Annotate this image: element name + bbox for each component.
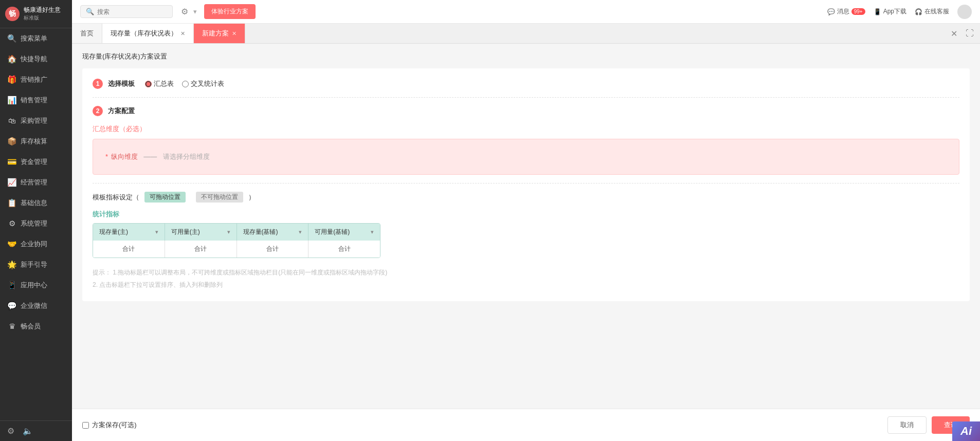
sidebar-item-label-basic: 基础信息 bbox=[21, 198, 47, 208]
dropdown-arrow-topbar[interactable]: ▾ bbox=[193, 8, 197, 15]
system-icon: ⚙ bbox=[7, 219, 16, 228]
app-download-item[interactable]: 📱 App下载 bbox=[874, 7, 906, 16]
sidebar-item-marketing[interactable]: 🎁 营销推广 bbox=[0, 69, 72, 90]
template-option1-radio[interactable] bbox=[145, 81, 152, 87]
sidebar-item-wechat[interactable]: 💬 企业微信 bbox=[0, 296, 72, 316]
tab-home[interactable]: 首页 bbox=[72, 24, 102, 43]
step1-badge: 1 bbox=[93, 79, 103, 89]
stats-body-col-1: 合计 bbox=[93, 241, 165, 258]
tip-prefix-label: 提示： bbox=[93, 269, 111, 276]
sidebar-item-label-collab: 企业协同 bbox=[21, 240, 47, 249]
template-option1-label: 汇总表 bbox=[154, 79, 174, 88]
save-checkbox-input[interactable] bbox=[82, 422, 89, 429]
app-edition: 标准版 bbox=[24, 14, 61, 22]
stats-table: 现存量(主) ▾ 可用量(主) ▾ 现存量(基辅) ▾ 可用量(基辅) ▾ bbox=[93, 223, 380, 258]
sidebar-item-system[interactable]: ⚙ 系统管理 bbox=[0, 213, 72, 234]
template-option1-item[interactable]: 汇总表 bbox=[145, 79, 174, 88]
indicator-settings-prefix: 模板指标设定（ bbox=[93, 193, 139, 202]
draggable-badge-label: 可拖动位置 bbox=[150, 193, 180, 201]
dim-arrow: —— bbox=[143, 153, 157, 160]
stats-col-1-dropdown[interactable]: ▾ bbox=[155, 229, 158, 235]
ai-badge: Ai bbox=[952, 421, 980, 441]
stats-col-1-label: 现存量(主) bbox=[99, 228, 128, 236]
tip2-row: 2. 点击标题栏下拉可设置排序、插入列和删除列 bbox=[93, 279, 959, 291]
sidebar-item-nav[interactable]: 🏠 快捷导航 bbox=[0, 49, 72, 69]
sidebar-item-finance[interactable]: 💳 资金管理 bbox=[0, 152, 72, 172]
step2-row: 2 方案配置 bbox=[93, 106, 959, 116]
stats-col-2[interactable]: 可用量(主) ▾ bbox=[165, 224, 237, 241]
dim-area[interactable]: * 纵向维度 —— 请选择分组维度 bbox=[93, 139, 959, 175]
sidebar-item-purchase[interactable]: 🛍 采购管理 bbox=[0, 111, 72, 131]
sidebar-item-label-guide: 新手引导 bbox=[21, 260, 47, 269]
appstore-icon: 📱 bbox=[7, 281, 16, 290]
stats-col-4-dropdown[interactable]: ▾ bbox=[371, 229, 374, 235]
logo-text-block: 畅康通好生意 标准版 bbox=[24, 6, 61, 22]
sidebar-item-label-operation: 经营管理 bbox=[21, 178, 47, 187]
sidebar-item-search[interactable]: 🔍 搜索菜单 bbox=[0, 28, 72, 49]
tab-inventory[interactable]: 现存量（库存状况表） ✕ bbox=[102, 24, 194, 43]
sidebar-item-operation[interactable]: 📈 经营管理 bbox=[0, 172, 72, 193]
indicator-settings-row: 模板指标设定（ 可拖动位置 不可拖动位置 ） bbox=[93, 192, 959, 203]
tips-section: 提示： 1.拖动标题栏可以调整布局，不可跨维度或指标区域拖动栏目(只能在同一维度… bbox=[93, 266, 959, 291]
cancel-button[interactable]: 取消 bbox=[887, 416, 927, 434]
message-badge: 99+ bbox=[851, 8, 865, 15]
purchase-icon: 🛍 bbox=[7, 116, 16, 125]
tab-home-label: 首页 bbox=[80, 29, 94, 38]
indicator-end: ） bbox=[248, 193, 255, 202]
stats-col-4-label: 可用量(基辅) bbox=[315, 228, 350, 236]
stats-col-2-dropdown[interactable]: ▾ bbox=[227, 229, 230, 235]
stats-table-body: 合计 合计 合计 合计 bbox=[93, 241, 380, 258]
sidebar-item-collab[interactable]: 🤝 企业协同 bbox=[0, 234, 72, 254]
search-input[interactable] bbox=[97, 8, 159, 15]
save-checkbox-label[interactable]: 方案保存(可选) bbox=[82, 420, 137, 430]
stats-col-3-dropdown[interactable]: ▾ bbox=[299, 229, 302, 235]
tab-new-plan[interactable]: 新建方案 ✕ bbox=[194, 24, 245, 43]
sidebar-item-sales[interactable]: 📊 销售管理 bbox=[0, 90, 72, 111]
search-box[interactable]: 🔍 bbox=[80, 5, 173, 18]
stats-body-col-2: 合计 bbox=[165, 241, 237, 258]
gift-icon: 🎁 bbox=[7, 75, 16, 84]
settings-footer-icon[interactable]: ⚙ bbox=[7, 426, 14, 436]
app-name: 畅康通好生意 bbox=[24, 6, 61, 14]
tab-new-plan-close[interactable]: ✕ bbox=[232, 30, 237, 37]
sidebar-item-member[interactable]: ♛ 畅会员 bbox=[0, 316, 72, 337]
stats-table-header: 现存量(主) ▾ 可用量(主) ▾ 现存量(基辅) ▾ 可用量(基辅) ▾ bbox=[93, 224, 380, 241]
app-logo: 畅 畅康通好生意 标准版 bbox=[0, 0, 72, 28]
stats-col-1[interactable]: 现存量(主) ▾ bbox=[93, 224, 165, 241]
search-icon: 🔍 bbox=[7, 34, 16, 43]
tips-prefix: 提示： 1.拖动标题栏可以调整布局，不可跨维度或指标区域拖动栏目(只能在同一维度… bbox=[93, 266, 959, 279]
speaker-footer-icon[interactable]: 🔈 bbox=[23, 426, 33, 436]
stats-col-4[interactable]: 可用量(基辅) ▾ bbox=[308, 224, 380, 241]
tab-expand-button[interactable]: ⛶ bbox=[964, 27, 976, 40]
user-avatar[interactable] bbox=[957, 5, 972, 19]
divider1 bbox=[93, 97, 959, 98]
template-option2-item[interactable]: 交叉统计表 bbox=[182, 79, 224, 88]
sidebar-item-guide[interactable]: 🌟 新手引导 bbox=[0, 254, 72, 275]
tip1-text: 1.拖动标题栏可以调整布局，不可跨维度或指标区域拖动栏目(只能在同一维度或指标区… bbox=[113, 269, 387, 276]
sidebar-item-label-wechat: 企业微信 bbox=[21, 301, 47, 310]
sidebar: 畅 畅康通好生意 标准版 🔍 搜索菜单 🏠 快捷导航 🎁 营销推广 📊 销售管理… bbox=[0, 0, 72, 441]
template-option2-radio[interactable] bbox=[182, 81, 189, 87]
stats-body-col-3: 合计 bbox=[237, 241, 309, 258]
stats-col-2-label: 可用量(主) bbox=[171, 228, 200, 236]
sidebar-item-appstore[interactable]: 📱 应用中心 bbox=[0, 275, 72, 296]
stats-col-3[interactable]: 现存量(基辅) ▾ bbox=[237, 224, 309, 241]
wechat-icon: 💬 bbox=[7, 301, 16, 310]
industry-plan-button[interactable]: 体验行业方案 bbox=[204, 4, 256, 19]
tab-inventory-close[interactable]: ✕ bbox=[180, 30, 185, 37]
online-service-item[interactable]: 🎧 在线客服 bbox=[915, 7, 949, 16]
page-title: 现存量(库存状况表)方案设置 bbox=[82, 52, 970, 61]
draggable-badge: 可拖动位置 bbox=[144, 192, 186, 203]
gear-icon-topbar[interactable]: ⚙ bbox=[181, 7, 188, 16]
topbar: 🔍 ⚙ ▾ 体验行业方案 💬 消息 99+ 📱 App下载 🎧 在线客服 bbox=[72, 0, 980, 24]
sidebar-item-inventory[interactable]: 📦 库存核算 bbox=[0, 131, 72, 152]
inventory-icon: 📦 bbox=[7, 137, 16, 146]
template-option2-label: 交叉统计表 bbox=[191, 79, 224, 88]
dim-vertical-label: 纵向维度 bbox=[111, 153, 138, 160]
message-item[interactable]: 💬 消息 99+ bbox=[827, 7, 865, 16]
sidebar-item-basic[interactable]: 📋 基础信息 bbox=[0, 193, 72, 213]
save-checkbox-text: 方案保存(可选) bbox=[92, 420, 137, 430]
tab-close-all-button[interactable]: ✕ bbox=[949, 27, 959, 41]
app-download-icon: 📱 bbox=[874, 8, 881, 15]
sidebar-item-label-system: 系统管理 bbox=[21, 219, 47, 228]
